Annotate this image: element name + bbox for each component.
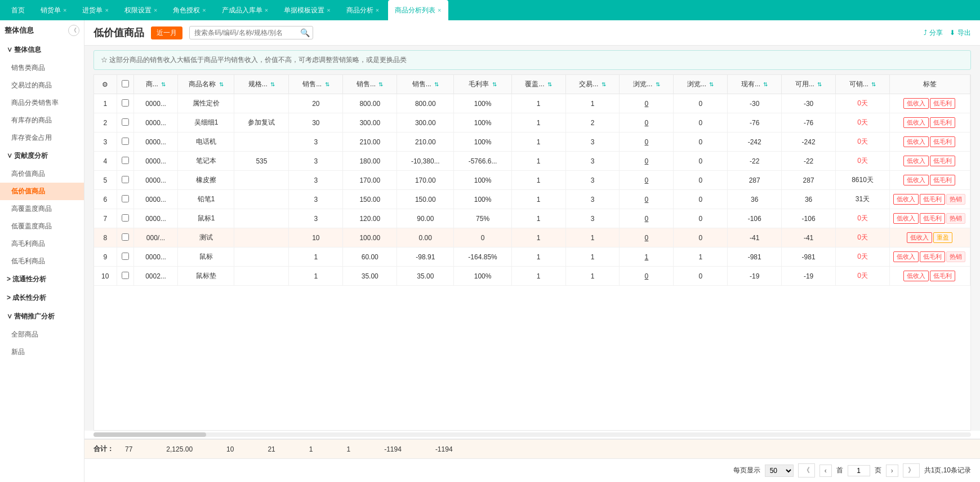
select-all-checkbox[interactable]	[122, 80, 129, 87]
row-checkbox[interactable]	[122, 272, 129, 279]
sidebar-group-growth[interactable]: > 成长性分析	[0, 289, 84, 307]
browse1-link[interactable]: 0	[645, 234, 649, 242]
next-page-button[interactable]: ›	[886, 465, 898, 477]
cell-checkbox[interactable]	[117, 152, 133, 171]
search-input[interactable]	[189, 26, 313, 39]
cell-checkbox[interactable]	[117, 209, 133, 228]
sidebar-item-new-goods[interactable]: 新品	[0, 343, 84, 361]
browse1-link[interactable]: 1	[645, 253, 649, 261]
sidebar-item-high-profit[interactable]: 高毛利商品	[0, 235, 84, 253]
col-code[interactable]: 商... ⇅	[133, 75, 178, 94]
col-available[interactable]: 可用... ⇅	[782, 75, 836, 94]
sidebar-item-traded-goods[interactable]: 交易过的商品	[0, 77, 84, 94]
row-checkbox[interactable]	[122, 138, 129, 145]
col-sales2[interactable]: 销售... ⇅	[343, 75, 397, 94]
close-icon[interactable]: ×	[154, 7, 157, 14]
nav-tab-analysis-list[interactable]: 商品分析列表 ×	[388, 0, 448, 20]
cell-checkbox[interactable]	[117, 267, 133, 286]
cell-tags: 低收入低毛利热销	[890, 247, 970, 267]
col-settings[interactable]: ⚙	[94, 75, 117, 94]
sidebar-item-low-value[interactable]: 低价值商品	[0, 183, 84, 200]
col-browse1[interactable]: 浏览... ⇅	[620, 75, 674, 94]
close-icon[interactable]: ×	[63, 7, 66, 14]
cell-checkbox[interactable]	[117, 113, 133, 132]
row-checkbox[interactable]	[122, 176, 129, 183]
nav-tab-sales[interactable]: 销货单 ×	[34, 0, 73, 20]
sidebar-group-overall[interactable]: ∨ 整体信息	[0, 41, 84, 59]
nav-tab-storage[interactable]: 产成品入库单 ×	[215, 0, 275, 20]
browse1-link[interactable]: 0	[645, 157, 649, 165]
sidebar-item-sales-goods[interactable]: 销售类商品	[0, 59, 84, 77]
col-coverage[interactable]: 覆盖... ⇅	[511, 75, 565, 94]
row-checkbox[interactable]	[122, 157, 129, 164]
sidebar-group-flow[interactable]: > 流通性分析	[0, 270, 84, 289]
sidebar-item-all-goods[interactable]: 全部商品	[0, 326, 84, 343]
sidebar-item-high-value[interactable]: 高价值商品	[0, 165, 84, 183]
row-checkbox[interactable]	[122, 233, 129, 241]
browse1-link[interactable]: 0	[645, 138, 649, 146]
close-icon[interactable]: ×	[105, 7, 108, 14]
browse1-link[interactable]: 0	[645, 100, 649, 108]
browse1-link[interactable]: 0	[645, 196, 649, 204]
filter-recent-month-button[interactable]: 近一月	[151, 26, 182, 39]
row-checkbox[interactable]	[122, 195, 129, 202]
sidebar-item-inventory-funds[interactable]: 库存资金占用	[0, 129, 84, 147]
sidebar-item-low-profit[interactable]: 低毛利商品	[0, 253, 84, 270]
nav-tab-purchase[interactable]: 进货单 ×	[75, 0, 115, 20]
row-checkbox[interactable]	[122, 214, 129, 222]
close-icon[interactable]: ×	[265, 7, 268, 14]
sidebar-group-marketing[interactable]: ∨ 营销推广分析	[0, 307, 84, 326]
cell-checkbox[interactable]	[117, 190, 133, 209]
row-checkbox[interactable]	[122, 99, 129, 107]
search-icon[interactable]: 🔍	[300, 28, 310, 37]
cell-checkbox[interactable]	[117, 228, 133, 247]
nav-tab-analysis[interactable]: 商品分析 ×	[340, 0, 386, 20]
sidebar-item-category-rate[interactable]: 商品分类销售率	[0, 94, 84, 112]
col-sales3[interactable]: 销售... ⇅	[397, 75, 454, 94]
scrollbar-thumb[interactable]	[93, 432, 206, 437]
row-checkbox[interactable]	[122, 253, 129, 260]
horizontal-scrollbar[interactable]	[84, 431, 980, 439]
per-page-select[interactable]: 50 100 200	[765, 465, 794, 477]
col-select-all[interactable]	[117, 75, 133, 94]
col-trade[interactable]: 交易... ⇅	[565, 75, 620, 94]
nav-tab-role[interactable]: 角色授权 ×	[166, 0, 212, 20]
share-button[interactable]: ⤴ 分享	[924, 28, 943, 38]
cell-checkbox[interactable]	[117, 171, 133, 190]
cell-margin: -5766.6...	[454, 152, 511, 171]
row-checkbox[interactable]	[122, 118, 129, 126]
sidebar-group-contribution[interactable]: ∨ 贡献度分析	[0, 147, 84, 165]
nav-tab-template[interactable]: 单据模板设置 ×	[277, 0, 337, 20]
export-button[interactable]: ⬇ 导出	[950, 28, 971, 38]
browse1-link[interactable]: 0	[645, 119, 649, 127]
col-sales1[interactable]: 销售... ⇅	[289, 75, 343, 94]
close-icon[interactable]: ×	[438, 7, 441, 14]
close-icon[interactable]: ×	[202, 7, 206, 14]
close-icon[interactable]: ×	[376, 7, 379, 14]
col-gross-margin[interactable]: 毛利率 ⇅	[454, 75, 511, 94]
cell-checkbox[interactable]	[117, 247, 133, 267]
col-browse2[interactable]: 浏览... ⇅	[674, 75, 728, 94]
data-table-wrapper[interactable]: ⚙ 商... ⇅ 商品名称 ⇅ 规格... ⇅ 销售... ⇅ 销售... ⇅ …	[93, 74, 971, 431]
sidebar-item-low-coverage[interactable]: 低覆盖度商品	[0, 218, 84, 235]
col-name[interactable]: 商品名称 ⇅	[178, 75, 234, 94]
cell-checkbox[interactable]	[117, 94, 133, 113]
sidebar-collapse-button[interactable]: 《	[68, 25, 79, 36]
browse1-link[interactable]: 0	[645, 176, 649, 184]
first-page-button[interactable]: 《	[798, 463, 815, 477]
close-icon[interactable]: ×	[327, 7, 330, 14]
page-input[interactable]	[848, 465, 870, 476]
nav-tab-permission[interactable]: 权限设置 ×	[118, 0, 164, 20]
col-sellable[interactable]: 可销... ⇅	[836, 75, 890, 94]
cell-trade: 2	[565, 113, 620, 132]
nav-tab-home[interactable]: 首页	[5, 0, 32, 20]
cell-checkbox[interactable]	[117, 132, 133, 152]
col-current[interactable]: 现有... ⇅	[728, 75, 782, 94]
browse1-link[interactable]: 0	[645, 215, 649, 223]
last-page-button[interactable]: 》	[903, 463, 920, 477]
sidebar-item-inventory-goods[interactable]: 有库存的商品	[0, 112, 84, 129]
sidebar-item-high-coverage[interactable]: 高覆盖度商品	[0, 200, 84, 218]
prev-page-button[interactable]: ‹	[819, 465, 832, 477]
browse1-link[interactable]: 0	[645, 272, 649, 280]
col-spec[interactable]: 规格... ⇅	[234, 75, 289, 94]
